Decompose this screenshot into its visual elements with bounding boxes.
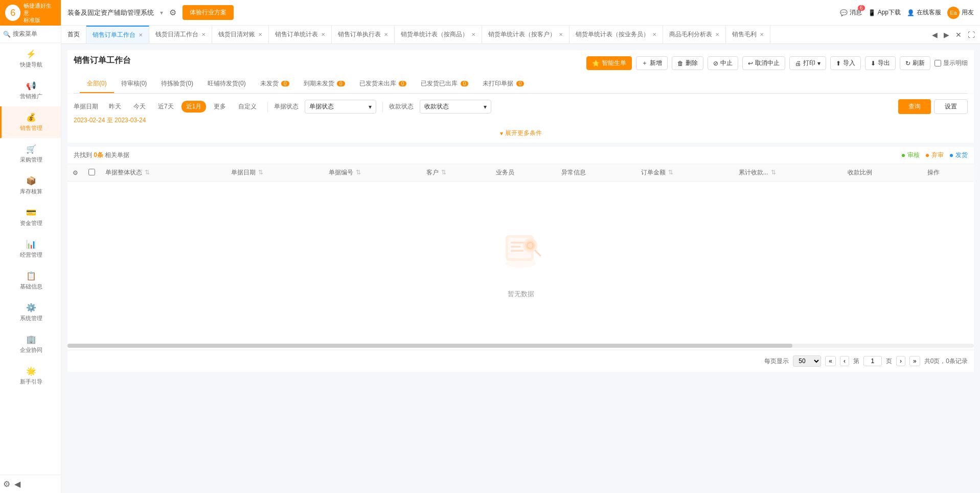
- date-7days[interactable]: 近7天: [153, 101, 178, 113]
- collapse-icon[interactable]: ◀: [14, 479, 20, 489]
- col-amount[interactable]: 订单金额 ⇅: [636, 164, 734, 182]
- sidebar-item-quick-nav[interactable]: ⚡ 快捷导航: [0, 43, 61, 75]
- user-menu[interactable]: Ea 用友: [947, 7, 974, 19]
- print-btn[interactable]: 🖨 打印 ▾: [789, 56, 826, 70]
- subtab-shipped-out[interactable]: 已发货已出库 0: [414, 75, 475, 93]
- tab-close-icon[interactable]: ✕: [201, 32, 206, 37]
- stop-btn[interactable]: ⊘ 中止: [708, 56, 738, 70]
- show-detail-input[interactable]: [935, 60, 941, 66]
- refresh-btn[interactable]: ↻ 刷新: [900, 56, 930, 70]
- col-collected[interactable]: 累计收款... ⇅: [734, 164, 843, 182]
- scroll-thumb[interactable]: [67, 344, 792, 348]
- tab-cash-daily[interactable]: 钱货日清工作台 ✕: [149, 26, 212, 44]
- tab-close-icon[interactable]: ✕: [760, 32, 764, 37]
- sidebar-item-enterprise[interactable]: 🏢 企业协同: [0, 328, 61, 360]
- tab-sales-product[interactable]: 销货单统计表（按商品） ✕: [395, 26, 482, 44]
- subtab-all[interactable]: 全部(0): [80, 75, 114, 93]
- smart-generate-btn[interactable]: ⭐ 智能生单: [586, 56, 632, 70]
- import-btn[interactable]: ⬆ 导入: [830, 56, 861, 70]
- show-detail-checkbox[interactable]: 显示明细: [935, 59, 968, 68]
- tab-prev-btn[interactable]: ◀: [930, 30, 940, 40]
- date-1month[interactable]: 近1月: [181, 101, 207, 113]
- total-count: 0条: [94, 151, 103, 159]
- sidebar-item-system[interactable]: ⚙️ 系统管理: [0, 297, 61, 328]
- settings-icon[interactable]: ⚙: [3, 479, 10, 489]
- col-number[interactable]: 单据编号 ⇅: [324, 164, 421, 182]
- sidebar-item-finance[interactable]: 💳 资金管理: [0, 201, 61, 233]
- select-all-checkbox[interactable]: [88, 169, 95, 175]
- message-btn[interactable]: 💬 消息 6: [840, 8, 862, 17]
- date-today[interactable]: 今天: [129, 101, 150, 113]
- col-abnormal[interactable]: 异常信息: [556, 164, 636, 182]
- sidebar-search[interactable]: 🔍 搜索菜单: [0, 26, 61, 43]
- sidebar-item-newbie[interactable]: 🌟 新手引导: [0, 360, 61, 392]
- tab-close-icon[interactable]: ✕: [715, 32, 719, 37]
- tab-close-icon[interactable]: ✕: [652, 32, 656, 37]
- tab-sales-staff[interactable]: 销货单统计表（按业务员） ✕: [569, 26, 663, 44]
- col-checkbox[interactable]: [83, 164, 100, 182]
- tab-close-icon[interactable]: ✕: [471, 32, 475, 37]
- sidebar-item-base-info[interactable]: 📋 基础信息: [0, 265, 61, 297]
- date-filter-btns: 昨天 今天 近7天 近1月 更多 自定义: [104, 101, 261, 113]
- subtab-overdue[interactable]: 到期未发货 0: [297, 75, 352, 93]
- tab-close-icon[interactable]: ✕: [384, 32, 388, 37]
- subtab-pending-pick[interactable]: 待拣验货(0): [154, 75, 200, 93]
- tab-next-btn[interactable]: ▶: [942, 30, 951, 40]
- tab-sales-order-workbench[interactable]: 销售订单工作台 ✕: [86, 26, 149, 44]
- cancel-audit-action-btn[interactable]: 弃审: [926, 151, 944, 160]
- first-page-btn[interactable]: «: [825, 356, 836, 366]
- tab-close-all-btn[interactable]: ✕: [953, 30, 964, 40]
- tab-home[interactable]: 首页: [61, 26, 86, 44]
- payment-filter-select[interactable]: 收款状态 ▾: [420, 100, 491, 114]
- tab-profit-analysis[interactable]: 商品毛利分析表 ✕: [663, 26, 726, 44]
- delete-btn[interactable]: 🗑 删除: [672, 56, 703, 70]
- audit-action-btn[interactable]: 审核: [902, 151, 920, 160]
- ship-action-btn[interactable]: 发货: [950, 151, 968, 160]
- subtab-pending-audit[interactable]: 待审核(0): [114, 75, 154, 93]
- trial-btn[interactable]: 体验行业方案: [183, 5, 234, 20]
- sidebar-item-inventory[interactable]: 📦 库存核算: [0, 170, 61, 201]
- expand-filter-btn[interactable]: ▾ 展开更多条件: [500, 129, 542, 138]
- col-settings[interactable]: ⚙: [67, 164, 83, 182]
- page-input[interactable]: [863, 356, 882, 366]
- next-page-btn[interactable]: ›: [896, 356, 905, 366]
- col-status[interactable]: 单据整体状态 ⇅: [100, 164, 226, 182]
- date-more[interactable]: 更多: [209, 101, 231, 113]
- online-service-btn[interactable]: 👤 在线客服: [907, 8, 941, 17]
- sidebar-item-marketing[interactable]: 📢 营销推广: [0, 75, 61, 106]
- sidebar-item-operations[interactable]: 📊 经营管理: [0, 233, 61, 265]
- date-yesterday[interactable]: 昨天: [104, 101, 126, 113]
- subtab-not-shipped[interactable]: 未发货 0: [253, 75, 297, 93]
- tab-close-icon[interactable]: ✕: [559, 32, 563, 37]
- cancel-stop-btn[interactable]: ↩ 取消中止: [742, 56, 785, 70]
- tab-maximize-btn[interactable]: ⛶: [966, 30, 977, 40]
- scroll-area[interactable]: [67, 340, 974, 350]
- tab-close-icon[interactable]: ✕: [258, 32, 262, 37]
- tab-sales-profit[interactable]: 销售毛利 ✕: [726, 26, 770, 44]
- col-customer[interactable]: 客户 ⇅: [421, 164, 491, 182]
- export-btn[interactable]: ⬇ 导出: [865, 56, 896, 70]
- status-filter-select[interactable]: 单据状态 ▾: [305, 100, 376, 114]
- sidebar-item-sales[interactable]: 💰 销售管理: [0, 106, 61, 138]
- tab-sales-stat[interactable]: 销售订单统计表 ✕: [269, 26, 332, 44]
- tab-close-icon[interactable]: ✕: [321, 32, 325, 37]
- prev-page-btn[interactable]: ‹: [840, 356, 849, 366]
- col-staff[interactable]: 业务员: [491, 164, 556, 182]
- tab-close-icon[interactable]: ✕: [139, 32, 143, 38]
- tab-sales-exec[interactable]: 销售订单执行表 ✕: [332, 26, 395, 44]
- subtab-shipped-no-out[interactable]: 已发货未出库 0: [352, 75, 414, 93]
- app-download-btn[interactable]: 📱 App下载: [868, 8, 901, 17]
- tab-cash-reconcile[interactable]: 钱货日清对账 ✕: [212, 26, 269, 44]
- sidebar-item-purchase[interactable]: 🛒 采购管理: [0, 138, 61, 170]
- last-page-btn[interactable]: »: [909, 356, 920, 366]
- tab-sales-customer[interactable]: 销货单统计表（按客户） ✕: [482, 26, 569, 44]
- date-custom[interactable]: 自定义: [234, 101, 261, 113]
- query-btn[interactable]: 查询: [898, 99, 931, 114]
- subtab-not-printed[interactable]: 未打印单据 0: [475, 75, 531, 93]
- topbar-gear[interactable]: ⚙: [169, 8, 176, 17]
- set-btn[interactable]: 设置: [934, 99, 968, 114]
- per-page-select[interactable]: 50 10 20 100: [793, 355, 821, 367]
- subtab-shop-pending[interactable]: 旺铺待发货(0): [200, 75, 253, 93]
- add-btn[interactable]: ＋ 新增: [636, 56, 668, 70]
- col-date[interactable]: 单据日期 ⇅: [226, 164, 324, 182]
